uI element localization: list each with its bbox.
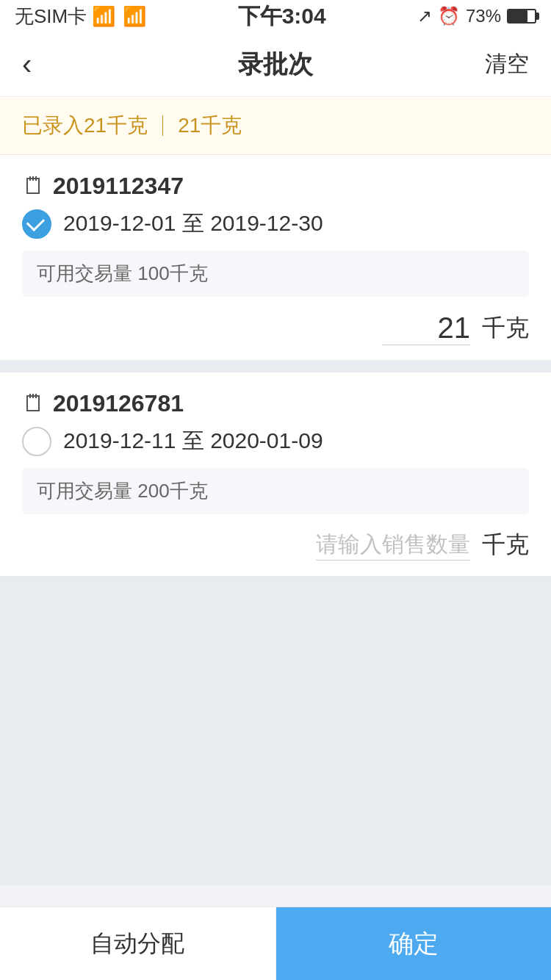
batch-icon-2: 🗒 [22,390,46,417]
empty-area [0,577,551,885]
alarm-icon: ⏰ [438,6,460,26]
back-button[interactable]: ‹ [22,48,66,81]
confirm-button[interactable]: 确定 [276,907,552,980]
page-content: 🗒 2019112347 2019-12-01 至 2019-12-30 可用交… [0,155,551,959]
qty-unit-2: 千克 [482,529,529,561]
status-bar-right: ↗ ⏰ 73% [417,6,536,26]
available-qty-text-2: 可用交易量 200千克 [37,480,208,502]
radio-button-2[interactable] [22,427,51,456]
battery-icon [507,9,536,24]
bottom-bar: 自动分配 确定 [0,907,551,980]
clear-button[interactable]: 清空 [485,49,529,79]
wifi-icon: 📶 [123,5,146,28]
batch-date-1: 2019-12-01 至 2019-12-30 [63,209,323,239]
batch-date-row-2[interactable]: 2019-12-11 至 2020-01-09 [22,426,529,456]
available-qty-box-1: 可用交易量 100千克 [22,251,529,297]
summary-divider [162,115,163,136]
qty-placeholder-2: 请输入销售数量 [316,532,470,556]
batch-id-row-1: 🗒 2019112347 [22,173,529,200]
available-qty-text-1: 可用交易量 100千克 [37,262,208,284]
qty-input-row-2: 请输入销售数量 千克 [0,514,551,577]
qty-input-row-1: 21 千克 [0,297,551,361]
auto-distribute-button[interactable]: 自动分配 [0,907,276,980]
location-icon: ↗ [417,6,432,26]
batch-id-2: 2019126781 [53,390,184,417]
batch-date-row-1[interactable]: 2019-12-01 至 2019-12-30 [22,209,529,239]
batch-card-2: 🗒 2019126781 2019-12-11 至 2020-01-09 可用交… [0,372,551,577]
batch-icon-1: 🗒 [22,173,46,200]
recorded-amount: 已录入21千克 [22,112,148,140]
sim-text: 无SIM卡 📶 [15,4,115,29]
total-amount: 21千克 [178,112,242,140]
batch-date-2: 2019-12-11 至 2020-01-09 [63,426,323,456]
status-bar: 无SIM卡 📶 📶 下午3:04 ↗ ⏰ 73% [0,0,551,32]
battery-percent: 73% [466,6,501,26]
section-separator-1 [0,361,551,372]
batch-id-row-2: 🗒 2019126781 [22,390,529,417]
qty-value-1: 21 [438,311,471,344]
qty-unit-1: 千克 [482,312,529,345]
nav-bar: ‹ 录批次 清空 [0,32,551,97]
available-qty-box-2: 可用交易量 200千克 [22,468,529,514]
status-bar-left: 无SIM卡 📶 📶 [15,4,146,29]
batch-id-1: 2019112347 [53,173,184,200]
page-title: 录批次 [238,48,313,82]
summary-banner: 已录入21千克 21千克 [0,97,551,155]
radio-button-1[interactable] [22,209,51,239]
qty-input-value-1[interactable]: 21 [382,311,470,345]
status-time: 下午3:04 [238,1,326,32]
qty-input-field-2[interactable]: 请输入销售数量 [316,530,470,561]
batch-card-1: 🗒 2019112347 2019-12-01 至 2019-12-30 可用交… [0,155,551,361]
